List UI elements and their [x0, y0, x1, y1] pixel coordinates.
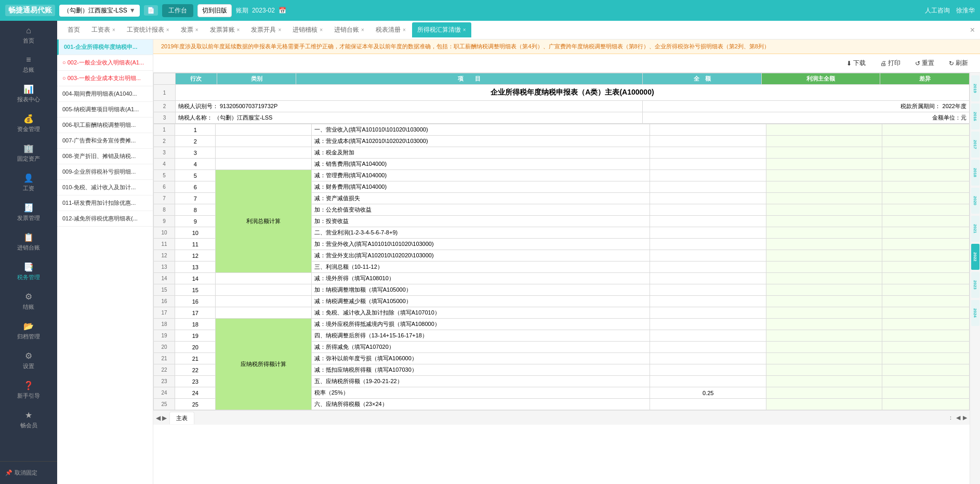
info-row-2: 2 纳税人识别号： 91320500703719732P 税款所属期间： 202… [154, 101, 970, 112]
form-list-item-008[interactable]: 008-资产折旧、摊销及纳税... [57, 149, 153, 164]
reset-button[interactable]: ↺ 重置 [911, 57, 938, 69]
year-2020[interactable]: 2020 [971, 188, 979, 214]
sidebar-item-assets[interactable]: 🏢 固定资产 [0, 138, 57, 168]
tab-salary-stats[interactable]: 工资统计报表 × [122, 22, 175, 37]
form-list-item-003[interactable]: ○ 003-一般企业成本支出明细... [57, 71, 153, 86]
guide-icon: ❓ [23, 381, 34, 390]
username: 徐淮华 [956, 6, 975, 15]
sidebar-item-salary[interactable]: 👤 工资 [0, 168, 57, 198]
sidebar-item-member[interactable]: ★ 畅会员 [0, 405, 57, 435]
sidebar-item-ledger[interactable]: ≡ 总账 [0, 50, 57, 79]
tab-salary[interactable]: 工资表 × [86, 22, 121, 37]
sheet-end: ： ◀ ▶ [948, 414, 967, 422]
salary-icon: 👤 [23, 173, 34, 183]
sidebar-item-invoice[interactable]: 🧾 发票管理 [0, 198, 57, 227]
year-2019[interactable]: 2019 [971, 75, 979, 101]
main-table: 行次 类别 项 目 全 额 利润主全额 差异 [153, 73, 970, 124]
tax-period-cell: 税款所属期间： 2022年度 [643, 101, 970, 112]
user-service[interactable]: 人工咨询 [925, 6, 950, 15]
sidebar-item-sales[interactable]: 📋 进销台账 [0, 227, 57, 257]
table-row: 11一、营业收入(填写A101010\101020\103000) [154, 124, 970, 136]
sidebar-item-home[interactable]: ⌂ 首页 [0, 21, 57, 50]
year-2023[interactable]: 2023 [971, 272, 979, 298]
sheet-nav-arrows[interactable]: ◀ ▶ [156, 414, 167, 422]
form-list-panel: 001-企业所得税年度纳税申... ○ 002-一般企业收入明细表(A1... … [57, 40, 153, 484]
form-list-item-009[interactable]: 009-企业所得税补亏损明细... [57, 164, 153, 180]
sidebar-item-archive[interactable]: 📂 归档管理 [0, 316, 57, 346]
tab-invoice-calc[interactable]: 发票算账 × [205, 22, 245, 37]
table-row: 55利润总额计算减：管理费用(填写A104000) [154, 170, 970, 181]
sidebar-item-reports[interactable]: 📊 报表中心 [0, 79, 57, 109]
form-list-item-002[interactable]: ○ 002-一般企业收入明细表(A1... [57, 55, 153, 71]
close-all-tabs[interactable]: × [970, 25, 975, 35]
app-logo: 畅捷通易代账 [5, 5, 55, 16]
sheet-tab-main[interactable]: 主表 [169, 412, 194, 424]
download-button[interactable]: ⬇ 下载 [842, 57, 870, 69]
form-list-item-004[interactable]: 004-期间费用明细表(A1040... [57, 86, 153, 102]
col-header-e: 利润主全额 [761, 73, 880, 85]
form-list-item-012[interactable]: 012-减免所得税优惠明细表(... [57, 211, 153, 227]
company-selector[interactable]: （勾删）江西服宝-LSS ▼ [59, 5, 140, 17]
table-row: 1515加：纳税调整增加额（填写A105000） [154, 284, 970, 296]
col-header-a: 行次 [175, 73, 217, 85]
switch-version-button[interactable]: 切到旧版 [197, 4, 232, 17]
year-2017[interactable]: 2017 [971, 132, 979, 158]
close-purchase-check-tab[interactable]: × [320, 27, 323, 33]
sidebar-item-close[interactable]: ⚙ 结账 [0, 286, 57, 316]
print-button[interactable]: 🖨 打印 [876, 57, 905, 69]
table-row: 1616减：纳税调整减少额（填写A105000） [154, 296, 970, 307]
year-2016[interactable]: 2016 [971, 103, 979, 129]
data-table: 11一、营业收入(填写A101010\101020\103000)22减：营业成… [153, 124, 970, 410]
spreadsheet-main: 行次 类别 项 目 全 额 利润主全额 差异 [153, 73, 970, 484]
document-icon[interactable]: 📄 [144, 5, 158, 16]
sidebar: ⌂ 首页 ≡ 总账 📊 报表中心 💰 资金管理 🏢 固定资产 👤 工资 🧾 发票… [0, 21, 57, 484]
tab-home[interactable]: 首页 [62, 22, 85, 37]
tab-purchase-check[interactable]: 进销稽核 × [287, 22, 328, 37]
period-label: 账期 2023-02 📅 [236, 6, 287, 15]
year-2024[interactable]: 2024 [971, 300, 979, 326]
close-income-tax-tab[interactable]: × [463, 27, 466, 33]
form-list-item-001[interactable]: 001-企业所得税年度纳税申... [57, 40, 153, 55]
sheet-tabs: ◀ ▶ 主表 ： ◀ ▶ [153, 410, 970, 425]
close-purchase-ledger-tab[interactable]: × [361, 27, 364, 33]
ledger-icon: ≡ [26, 55, 31, 64]
invoice-icon: 🧾 [23, 203, 34, 213]
col-header-rownum [154, 73, 176, 85]
sidebar-item-tax[interactable]: 📑 税务管理 [0, 257, 57, 286]
tab-invoice[interactable]: 发票 × [176, 22, 204, 37]
tab-tax-list[interactable]: 税表清册 × [370, 22, 411, 37]
close-salary-tab[interactable]: × [112, 27, 115, 33]
tab-invoice-issue[interactable]: 发票开具 × [246, 22, 286, 37]
close-invoice-tab[interactable]: × [195, 27, 198, 33]
table-row: 33减：税金及附加 [154, 147, 970, 159]
sidebar-item-settings[interactable]: ⚙ 设置 [0, 346, 57, 375]
table-title: 企业所得税年度纳税申报表（A类）主表(A100000) [175, 85, 969, 101]
form-list-item-011[interactable]: 011-研发费用加计扣除优惠... [57, 195, 153, 211]
work-tab-button[interactable]: 工作台 [162, 4, 193, 17]
download-icon: ⬇ [846, 60, 852, 67]
sidebar-item-guide[interactable]: ❓ 新手引导 [0, 375, 57, 405]
table-row: 1818应纳税所得额计算减：境外应税所得抵减境内亏损（填写A108000） [154, 319, 970, 330]
refresh-icon: ↻ [949, 60, 954, 67]
table-row: 1717减：免税、减计收入及加计扣除（填写A107010） [154, 307, 970, 319]
member-icon: ★ [25, 410, 32, 420]
unpin-button[interactable]: 📌 取消固定 [0, 466, 57, 480]
taxpayer-id-cell: 纳税人识别号： 91320500703719732P [175, 101, 642, 112]
year-2021[interactable]: 2021 [971, 216, 979, 242]
form-list-item-010[interactable]: 010-免税、减计收入及加计... [57, 180, 153, 195]
col-header-d: 全 额 [643, 73, 762, 85]
tab-purchase-ledger[interactable]: 进销台账 × [329, 22, 369, 37]
form-list-item-007[interactable]: 007-广告费和业务宣传费摊... [57, 133, 153, 149]
close-invoice-issue-tab[interactable]: × [278, 27, 281, 33]
refresh-button[interactable]: ↻ 刷新 [945, 57, 972, 69]
year-2022[interactable]: 2022 [971, 244, 979, 270]
form-list-item-006[interactable]: 006-职工薪酬纳税调整明细... [57, 117, 153, 133]
form-list-item-005[interactable]: 005-纳税调整项目明细表(A1... [57, 102, 153, 117]
tab-income-tax[interactable]: 所得税汇算清缴 × [412, 22, 471, 37]
year-2018[interactable]: 2018 [971, 160, 979, 186]
close-tax-list-tab[interactable]: × [403, 27, 406, 33]
title-row: 1 企业所得税年度纳税申报表（A类）主表(A100000) [154, 85, 970, 101]
close-salary-stats-tab[interactable]: × [166, 27, 169, 33]
close-invoice-calc-tab[interactable]: × [237, 27, 240, 33]
sidebar-item-funds[interactable]: 💰 资金管理 [0, 109, 57, 138]
